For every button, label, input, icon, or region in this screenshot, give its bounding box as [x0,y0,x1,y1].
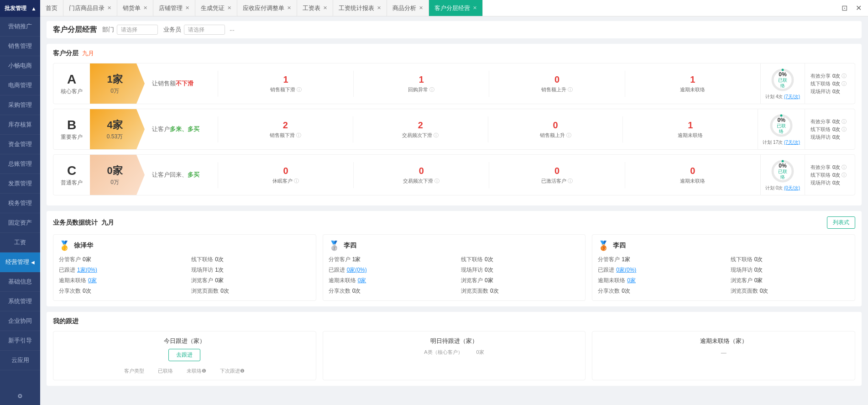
sidebar-item-collab[interactable]: 企业协同 [0,311,40,331]
tab-store-manage[interactable]: 店铺管理 ✕ [153,0,195,16]
tier-c-suggestion: 让客户回来、多买 [145,155,218,195]
sidebar-item-guide[interactable]: 新手引导 [0,331,40,351]
tab-generate-voucher[interactable]: 生成凭证 ✕ [195,0,237,16]
tier-c-stat-1[interactable]: 0 休眠客户 ⓘ [218,162,353,188]
dept-filter-group: 部门 请选择 [102,25,158,35]
main-area: 首页 门店商品目录 ✕ 销货单 ✕ 店铺管理 ✕ 生成凭证 ✕ 应收应付调整单 … [40,0,868,405]
customer-tier-month: 九月 [82,49,94,58]
follow-card-overdue: 逾期未联络（家） — [592,331,855,380]
tier-c-stat-3[interactable]: 0 已激活客户 ⓘ [489,162,624,188]
tier-a-stat-4[interactable]: 1 逾期未联络 [625,71,760,97]
tab-close-all-icon[interactable]: ✕ [853,3,864,13]
tab-payroll[interactable]: 工资表 ✕ [297,0,333,16]
tab-payable-adjust[interactable]: 应收应付调整单 ✕ [237,0,297,16]
sidebar-item-marketing[interactable]: 营销推广 [0,17,40,37]
dept-select[interactable]: 请选择 [117,25,158,35]
sidebar-title: 批发管理 [5,5,26,12]
tab-payroll-report[interactable]: 工资统计报表 ✕ [333,0,387,16]
go-follow-button[interactable]: 去跟进 [168,349,200,361]
list-view-button[interactable]: 列表式 [827,216,855,229]
sidebar-item-assets[interactable]: 固定资产 [0,213,40,233]
tab-customer-tier[interactable]: 客户分层经营 ✕ [429,0,483,16]
more-filters-icon[interactable]: ··· [230,26,235,33]
sidebar-item-ecommerce[interactable]: 电商管理 [0,76,40,95]
sidebar-item-inventory[interactable]: 库存核算 [0,115,40,135]
tab-close-generate-voucher[interactable]: ✕ [227,5,231,11]
tab-store-products[interactable]: 门店商品目录 ✕ [63,0,117,16]
tier-c-right-stats: 有效分享 0次 ⓘ 线下联络 0次 ⓘ 现场拜访 0次 [805,155,855,195]
tier-a-card[interactable]: 1家 0万 [90,63,145,104]
tier-b-label: B 重要客户 [53,109,90,149]
tier-a-stat-3[interactable]: 0 销售额上升 ⓘ [489,71,624,97]
tier-c-amount: 0万 [110,179,119,186]
sidebar-settings[interactable]: ⚙ [0,387,40,405]
tier-b-stats: 2 销售额下滑 ⓘ 2 交易频次下滑 ⓘ 0 销售额上升 ⓘ 1 逾期未联络 [218,109,758,149]
tier-b-right-stats: 有效分享 0次 ⓘ 线下联络 0次 ⓘ 现场拜访 0次 [805,109,855,149]
staff-label: 业务员 [163,26,181,34]
sidebar-header[interactable]: 批发管理 ▲ [0,0,40,17]
tab-close-product-analysis[interactable]: ✕ [419,5,423,11]
follow-title: 我的跟进 [53,317,855,326]
tier-b-stat-4[interactable]: 1 逾期未联络 [622,116,758,142]
sidebar-item-management[interactable]: 经营管理 ◀ [0,252,40,272]
tab-product-analysis[interactable]: 商品分析 ✕ [387,0,429,16]
staff-3-medal: 🥉 [598,240,609,251]
tier-c-stat-2[interactable]: 0 交易频次下滑 ⓘ [353,162,489,188]
tab-close-store-products[interactable]: ✕ [107,5,111,11]
customer-tier-title: 客户分层 九月 [53,49,855,58]
follow-card-tomorrow: 明日待跟进（家） A类（核心客户） 0家 [323,331,586,380]
tier-b-stat-2[interactable]: 2 交易频次下滑 ⓘ [353,116,488,142]
tier-a-amount: 0万 [110,87,119,95]
tab-home[interactable]: 首页 [40,0,63,16]
staff-stats-section: 业务员数据统计 九月 列表式 🥇 徐泽华 分管客户 0家 线下联络 0次 已跟进… [47,211,862,306]
today-follow-title: 今日跟进（家） [59,337,310,345]
tier-b-amount: 0.53万 [107,133,123,141]
customer-tier-section: 客户分层 九月 A 核心客户 1家 0万 让销售额不下滑 1 [47,44,862,205]
tab-close-sales-order[interactable]: ✕ [143,5,147,11]
sidebar-item-system[interactable]: 系统管理 [0,292,40,311]
tier-c-card[interactable]: 0家 0万 [90,155,145,195]
staff-card-1: 🥇 徐泽华 分管客户 0家 线下联络 0次 已跟进 1家(0%) 现场拜访 1次… [53,234,316,301]
overdue-follow-title: 逾期未联络（家） [598,337,849,345]
tier-b-stat-1[interactable]: 2 销售额下滑 ⓘ [218,116,353,142]
page-title: 客户分层经营 [53,25,97,35]
tab-restore-icon[interactable]: ⊡ [839,3,850,13]
staff-1-medal: 🥇 [59,240,70,251]
staff-month-badge: 九月 [101,219,114,227]
tier-b-suggestion: 让客户多来、多买 [145,109,218,149]
sidebar-item-invoice[interactable]: 发票管理 [0,174,40,194]
staff-select[interactable]: 请选择 [184,25,225,35]
dept-label: 部门 [102,26,114,34]
follow-card-today: 今日跟进（家） 去跟进 客户类型 已联络 未联络❶ 下次跟进❶ [53,331,316,380]
tier-c-circle: 0% 已联络 计划 0次 (0天/次) [760,155,805,195]
staff-1-header: 🥇 徐泽华 [59,240,310,251]
tab-close-store-manage[interactable]: ✕ [185,5,189,11]
tier-a-right-stats: 有效分享 0次 ⓘ 线下联络 0次 ⓘ 现场拜访 0次 [805,63,855,104]
sidebar-item-finance[interactable]: 资金管理 [0,135,40,154]
tier-b-stat-3[interactable]: 0 销售额上升 ⓘ [488,116,623,142]
tabbar: 首页 门店商品目录 ✕ 销货单 ✕ 店铺管理 ✕ 生成凭证 ✕ 应收应付调整单 … [40,0,868,16]
sidebar-item-payroll[interactable]: 工资 [0,233,40,252]
tier-c-stat-4[interactable]: 0 逾期未联络 [625,162,760,188]
tier-a-stat-2[interactable]: 1 回购异常 ⓘ [353,71,489,97]
tier-c-stats: 0 休眠客户 ⓘ 0 交易频次下滑 ⓘ 0 已激活客户 ⓘ 0 逾期未联络 [218,155,760,195]
sidebar-item-purchase[interactable]: 采购管理 [0,95,40,115]
tab-close-payroll[interactable]: ✕ [323,5,327,11]
sidebar-collapse-icon[interactable]: ▲ [31,5,37,12]
sidebar-item-sales[interactable]: 销售管理 [0,37,40,56]
tier-b-card[interactable]: 4家 0.53万 [90,109,145,149]
page-header: 客户分层经营 部门 请选择 业务员 请选择 ··· [47,21,862,38]
sidebar-item-basic[interactable]: 基础信息 [0,272,40,292]
staff-1-stats: 分管客户 0家 线下联络 0次 已跟进 1家(0%) 现场拜访 1次 逾期未联络… [59,256,310,295]
tier-a-stat-1[interactable]: 1 销售额下滑 ⓘ [218,71,353,97]
sidebar-item-ledger[interactable]: 总账管理 [0,154,40,174]
sidebar-item-tax[interactable]: 税务管理 [0,194,40,213]
sidebar-item-cloud[interactable]: 云应用 [0,351,40,370]
tab-close-payroll-report[interactable]: ✕ [377,5,381,11]
tier-a-stats: 1 销售额下滑 ⓘ 1 回购异常 ⓘ 0 销售额上升 ⓘ 1 逾期未联络 [218,63,760,104]
tab-close-payable-adjust[interactable]: ✕ [287,5,291,11]
follow-section: 我的跟进 今日跟进（家） 去跟进 客户类型 已联络 未联络❶ 下次跟进❶ 明日待… [47,312,862,386]
tab-sales-order[interactable]: 销货单 ✕ [117,0,153,16]
sidebar-item-ecommerce-small[interactable]: 小畅电商 [0,56,40,76]
tab-close-customer-tier[interactable]: ✕ [473,5,477,11]
